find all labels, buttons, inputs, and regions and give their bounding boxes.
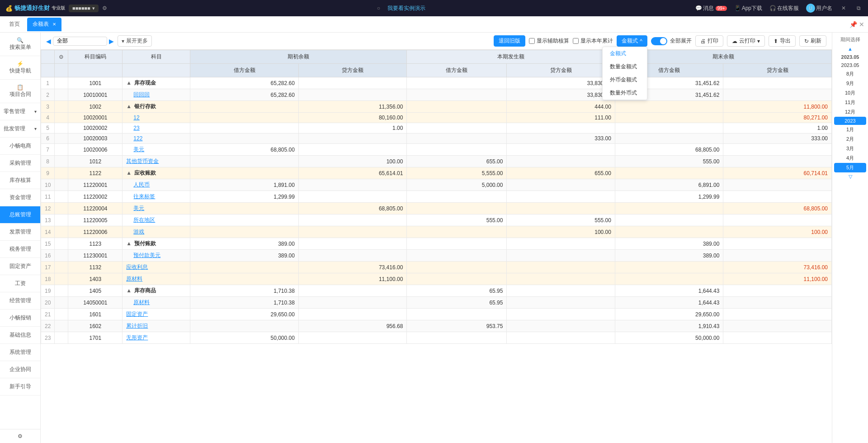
- period-2023-label[interactable]: 2023: [834, 117, 866, 125]
- amount-mode-btn[interactable]: 金额式 ^: [617, 35, 647, 47]
- cell-name[interactable]: 12: [123, 113, 190, 123]
- sidebar-item-invoice[interactable]: 发票管理: [0, 224, 40, 241]
- sidebar-item-wholesale[interactable]: 批发管理 ▾: [0, 120, 40, 138]
- sidebar-item-capital[interactable]: 资金管理: [0, 189, 40, 206]
- window-title: ■■■■■■: [72, 5, 90, 11]
- search-back-icon[interactable]: ◀: [46, 38, 51, 45]
- cell-name[interactable]: 往来标签: [123, 191, 190, 203]
- expand-all-toggle-btn[interactable]: [651, 37, 667, 45]
- period-2023-05[interactable]: 2023.05: [834, 61, 866, 69]
- show-auxiliary-label[interactable]: 显示辅助核算: [529, 37, 569, 45]
- sidebar-item-search[interactable]: 🔍 搜索菜单: [0, 33, 40, 56]
- dropdown-item-qty-foreign[interactable]: 数量外币式: [603, 86, 647, 100]
- cell-name[interactable]: 所在地区: [123, 214, 190, 226]
- sidebar-item-assets[interactable]: 固定资产: [0, 258, 40, 275]
- show-auxiliary-checkbox[interactable]: [529, 38, 535, 44]
- window-close-btn[interactable]: ✕: [840, 5, 848, 11]
- period-oct[interactable]: 10月: [834, 88, 866, 98]
- sidebar-item-ledger[interactable]: 总账管理: [0, 206, 40, 224]
- sidebar-item-collab[interactable]: 企业协同: [0, 361, 40, 378]
- period-expand-btn[interactable]: ▽: [834, 172, 866, 181]
- sidebar-item-tax[interactable]: 税务管理: [0, 241, 40, 258]
- sidebar-item-basic[interactable]: 基础信息: [0, 327, 40, 344]
- cell-name[interactable]: ▲ 库存商品: [123, 285, 190, 297]
- tab-balance[interactable]: 余额表 ✕: [27, 18, 61, 31]
- cell-name[interactable]: 23: [123, 123, 190, 133]
- sidebar-item-inventory[interactable]: 库存核算: [0, 172, 40, 189]
- refresh-btn[interactable]: ↻ 刷新: [799, 35, 826, 47]
- export-btn[interactable]: ⬆ 导出: [769, 35, 796, 47]
- sidebar-item-system[interactable]: 系统管理: [0, 344, 40, 361]
- cell-period-credit: [507, 297, 615, 309]
- search-forward-icon[interactable]: ▶: [109, 38, 114, 45]
- period-collapse-btn[interactable]: ▲: [834, 45, 866, 53]
- sidebar-item-retail[interactable]: 零售管理 ▾: [0, 103, 40, 120]
- period-2023-05-start[interactable]: 2023.05: [834, 53, 866, 61]
- period-feb[interactable]: 2月: [834, 134, 866, 144]
- period-apr[interactable]: 4月: [834, 153, 866, 163]
- period-nov[interactable]: 11月: [834, 98, 866, 107]
- sidebar-settings-btn[interactable]: ⚙: [0, 429, 40, 443]
- print-btn[interactable]: 🖨 打印: [695, 35, 723, 47]
- cell-name[interactable]: 累计折旧: [123, 320, 190, 332]
- cell-name[interactable]: 其他货币资金: [123, 156, 190, 167]
- tab-home[interactable]: 首页: [4, 18, 25, 31]
- cell-period-credit: 33,830.98: [507, 89, 615, 101]
- sidebar-item-purchase[interactable]: 采购管理: [0, 155, 40, 172]
- cell-name[interactable]: 预付款美元: [123, 250, 190, 262]
- cell-name[interactable]: 应收利息: [123, 262, 190, 273]
- cell-name[interactable]: 无形资产: [123, 332, 190, 344]
- online-service-btn[interactable]: 🎧 在线客服: [769, 5, 799, 12]
- sidebar-item-ecom[interactable]: 小畅电商: [0, 138, 40, 155]
- tab-close-all-icon[interactable]: ✕: [859, 21, 864, 28]
- cell-name[interactable]: 美元: [123, 203, 190, 214]
- user-menu[interactable]: U 用户名: [806, 4, 832, 13]
- cell-name[interactable]: 游戏: [123, 226, 190, 238]
- sidebar-item-project[interactable]: 📋 项目合同: [0, 80, 40, 103]
- cloud-print-btn[interactable]: ☁ 云打印 ▾: [727, 35, 765, 47]
- cell-name[interactable]: ▲ 银行存款: [123, 101, 190, 113]
- dropdown-item-amount[interactable]: 金额式: [603, 47, 647, 60]
- cell-name[interactable]: ▲ 应收账款: [123, 167, 190, 179]
- cell-name[interactable]: ▲ 库存现金: [123, 77, 190, 89]
- period-mar[interactable]: 3月: [834, 144, 866, 153]
- cell-rownum: 8: [41, 156, 55, 167]
- th-account-code: 科目编码: [68, 50, 123, 64]
- cell-name[interactable]: 原材料: [123, 297, 190, 309]
- sidebar-item-expense[interactable]: 小畅报销: [0, 310, 40, 327]
- message-btn[interactable]: 💬 消息 99+: [695, 5, 727, 12]
- search-input[interactable]: [57, 38, 93, 44]
- show-annual-checkbox[interactable]: [573, 38, 579, 44]
- settings-icon[interactable]: ⚙: [102, 5, 107, 11]
- period-aug[interactable]: 8月: [834, 69, 866, 79]
- cell-name[interactable]: 122: [123, 133, 190, 144]
- table-settings-icon[interactable]: ⚙: [59, 54, 64, 60]
- period-sep[interactable]: 9月: [834, 79, 866, 88]
- tab-pin-icon[interactable]: 📌: [849, 21, 857, 28]
- sidebar-item-guide[interactable]: 新手引导: [0, 378, 40, 395]
- sidebar-item-payroll[interactable]: 工资: [0, 275, 40, 292]
- dropdown-item-qty-amount[interactable]: 数量金额式: [603, 60, 647, 73]
- back-old-version-btn[interactable]: 退回旧版: [494, 35, 525, 47]
- period-jan[interactable]: 1月: [834, 125, 866, 134]
- sidebar-item-nav[interactable]: ⚡ 快捷导航: [0, 56, 40, 80]
- sidebar-item-operations[interactable]: 经营管理: [0, 292, 40, 310]
- cell-name[interactable]: 原材料: [123, 273, 190, 285]
- expand-more-btn[interactable]: ▾ 展开更多: [118, 35, 152, 47]
- window-maximize-btn[interactable]: ⧉: [855, 5, 863, 11]
- th-account-name: 科目: [123, 50, 190, 64]
- cell-name[interactable]: 美元: [123, 144, 190, 156]
- cell-name[interactable]: ▲ 预付账款: [123, 238, 190, 250]
- cell-name[interactable]: 回回回: [123, 89, 190, 101]
- show-annual-label[interactable]: 显示本年累计: [573, 37, 613, 45]
- dropdown-item-foreign-amount[interactable]: 外币金额式: [603, 73, 647, 86]
- cell-name[interactable]: 固定资产: [123, 309, 190, 320]
- app-download-btn[interactable]: 📱 App下载: [734, 5, 762, 12]
- tab-close-icon[interactable]: ✕: [52, 22, 56, 27]
- demo-link[interactable]: 我要看实例演示: [387, 5, 425, 12]
- th-settings[interactable]: ⚙: [55, 50, 68, 64]
- window-selector[interactable]: ■■■■■■ ▾: [69, 5, 99, 12]
- period-dec[interactable]: 12月: [834, 107, 866, 117]
- cell-name[interactable]: 人民币: [123, 179, 190, 191]
- period-may[interactable]: 5月: [834, 163, 866, 172]
